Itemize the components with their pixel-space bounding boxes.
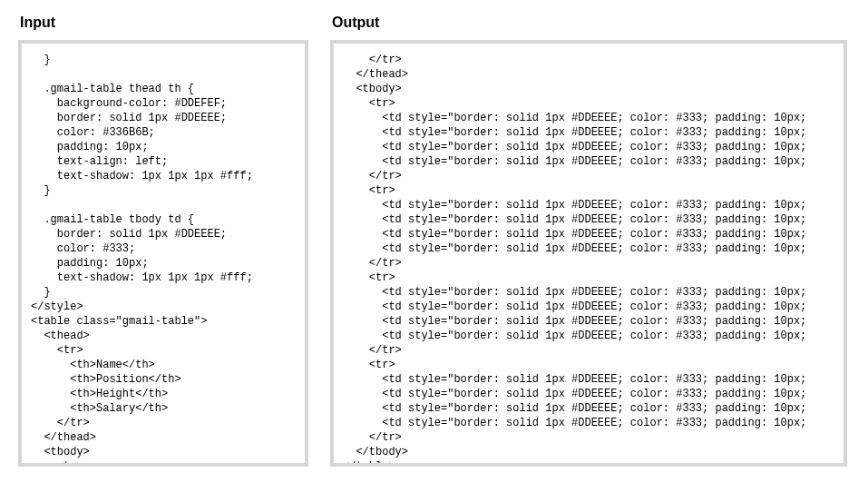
input-heading: Input: [20, 15, 308, 31]
input-code: } .gmail-table thead th { background-col…: [31, 53, 305, 467]
output-code: </tr> </thead> <tbody> <tr> <td style="b…: [343, 53, 844, 467]
comparison-page: Input } .gmail-table thead th { backgrou…: [0, 0, 868, 481]
output-column: Output </tr> </thead> <tbody> <tr> <td s…: [330, 15, 847, 467]
input-codebox: } .gmail-table thead th { background-col…: [18, 40, 308, 467]
output-codebox: </tr> </thead> <tbody> <tr> <td style="b…: [330, 40, 847, 467]
output-heading: Output: [332, 15, 847, 31]
input-column: Input } .gmail-table thead th { backgrou…: [18, 15, 308, 467]
